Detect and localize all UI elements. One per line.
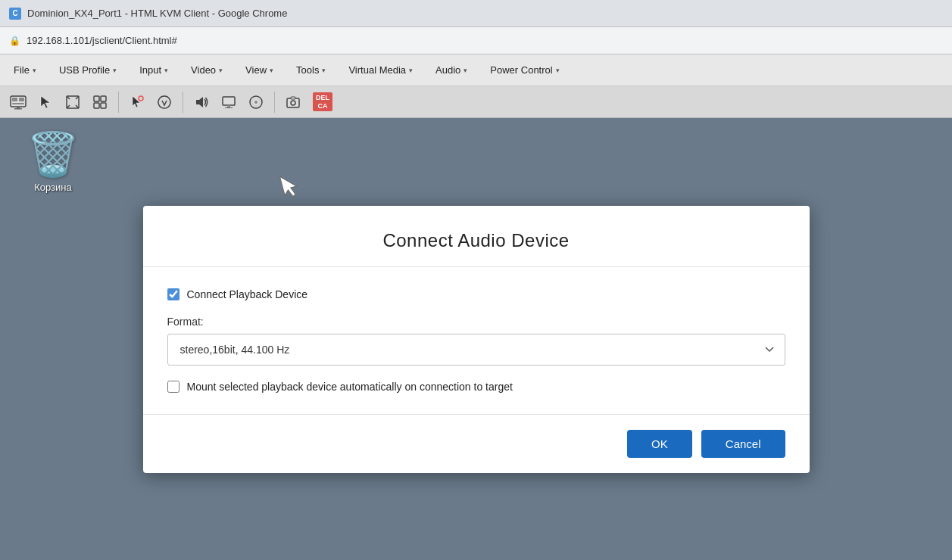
screenshot-button[interactable] [281,90,305,114]
svg-rect-5 [14,108,22,110]
svg-rect-9 [94,103,99,108]
format-label: Format: [167,316,785,328]
svg-point-11 [139,96,143,101]
normal-pointer-button[interactable] [33,90,58,114]
connect-playback-row: Connect Playback Device [167,288,785,300]
audio-button[interactable] [189,90,214,114]
menu-item-video[interactable]: Video ▾ [180,60,233,80]
dialog-header: Connect Audio Device [143,206,810,267]
menu-item-power-control[interactable]: Power Control ▾ [479,60,570,80]
menu-item-tools[interactable]: Tools ▾ [286,60,336,80]
auto-mount-checkbox[interactable] [167,381,179,393]
svg-rect-14 [225,107,233,108]
address-lock-icon: 🔒 [9,36,20,46]
svg-rect-7 [94,96,99,101]
cancel-button[interactable]: Cancel [701,430,785,458]
svg-rect-1 [12,98,17,101]
svg-rect-20 [291,97,295,99]
modal-overlay: Connect Audio Device Connect Playback De… [0,118,952,560]
actual-size-button[interactable] [88,90,112,114]
toolbar: DELCA [0,86,952,118]
browser-titlebar: C Dominion_KX4_Port1 - HTML KVM Client -… [0,0,952,27]
kvm-config-button[interactable] [6,90,30,114]
svg-rect-4 [17,107,20,108]
address-url: 192.168.1.101/jsclient/Client.html# [27,35,177,46]
format-section: Format: stereo,16bit, 44.100 Hz stereo,1… [167,316,785,366]
svg-rect-10 [101,103,106,108]
chevron-down-icon: ▾ [164,67,168,74]
svg-rect-8 [101,96,106,101]
menubar: File ▾ USB Profile ▾ Input ▾ Video ▾ Vie… [0,54,952,86]
virtual-media-button[interactable] [244,90,268,114]
ok-button[interactable]: OK [627,430,692,458]
target-fit-button[interactable] [61,90,85,114]
monitor-button[interactable] [217,90,241,114]
chevron-down-icon: ▾ [270,67,273,74]
browser-title: Dominion_KX4_Port1 - HTML KVM Client - G… [27,8,287,19]
chevron-down-icon: ▾ [464,67,467,74]
connect-playback-checkbox[interactable] [167,288,179,300]
browser-addressbar: 🔒 192.168.1.101/jsclient/Client.html# [0,27,952,54]
dialog-body: Connect Playback Device Format: stereo,1… [143,267,810,415]
auto-mount-row: Mount selected playback device automatic… [167,381,785,393]
menu-item-virtual-media[interactable]: Virtual Media ▾ [338,60,423,80]
chevron-down-icon: ▾ [322,67,326,74]
format-select[interactable]: stereo,16bit, 44.100 Hz stereo,16bit, 48… [167,334,785,366]
svg-point-16 [254,101,258,104]
chevron-down-icon: ▾ [113,67,117,74]
menu-item-audio[interactable]: Audio ▾ [425,60,478,80]
dialog-footer: OK Cancel [143,415,810,473]
menu-item-file[interactable]: File ▾ [3,60,47,80]
svg-rect-2 [19,98,24,101]
svg-rect-13 [227,105,230,107]
toolbar-separator-1 [118,92,119,113]
chevron-down-icon: ▾ [33,67,36,74]
svg-rect-3 [12,103,24,104]
single-cursor-button[interactable] [152,90,176,114]
smart-pointer-button[interactable] [125,90,149,114]
menu-item-usb-profile[interactable]: USB Profile ▾ [48,60,127,80]
browser-favicon: C [9,8,21,20]
connect-audio-dialog: Connect Audio Device Connect Playback De… [143,206,810,473]
auto-mount-label: Mount selected playback device automatic… [187,381,513,393]
connect-playback-label: Connect Playback Device [187,288,308,300]
desktop-area: 🗑️ Корзина Connect Audio Device Connect … [0,118,952,560]
toolbar-separator-2 [183,92,183,113]
menu-item-view[interactable]: View ▾ [235,60,284,80]
dialog-title: Connect Audio Device [161,230,791,251]
chevron-down-icon: ▾ [556,67,560,74]
del-ca-label: DELCA [313,92,332,112]
ctrl-alt-del-button[interactable]: DELCA [308,92,337,113]
menu-item-input[interactable]: Input ▾ [129,60,179,80]
chevron-down-icon: ▾ [219,67,223,74]
svg-rect-18 [287,98,299,107]
chevron-down-icon: ▾ [409,67,413,74]
toolbar-separator-3 [274,92,275,113]
svg-rect-12 [223,97,235,105]
